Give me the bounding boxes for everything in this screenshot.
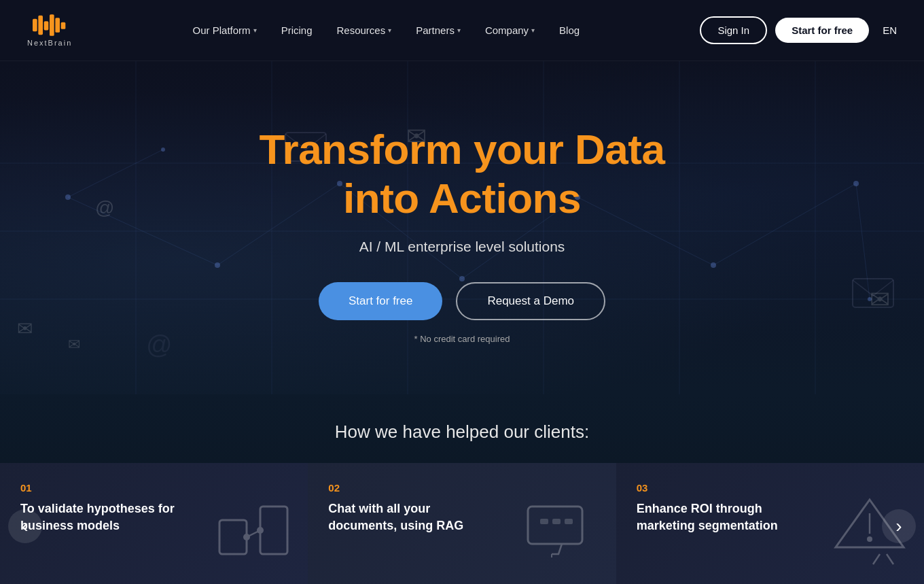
nav-item-platform[interactable]: Our Platform ▾: [193, 24, 257, 36]
chevron-down-icon: ▾: [253, 27, 257, 34]
svg-rect-5: [61, 22, 66, 29]
card-text-1: To validate hypotheses for business mode…: [20, 500, 183, 534]
nav-links: Our Platform ▾ Pricing Resources ▾ Partn…: [193, 24, 580, 36]
hero-subtitle: AI / ML enterprise level solutions: [260, 239, 665, 255]
card-text-3: Enhance ROI through marketing segmentati…: [637, 500, 800, 534]
card-icon-1: [213, 493, 294, 582]
start-free-nav-button[interactable]: Start for free: [775, 18, 869, 43]
nav-item-resources[interactable]: Resources ▾: [336, 24, 391, 36]
floating-at-icon: @: [95, 197, 114, 219]
logo[interactable]: NextBrain: [27, 14, 72, 47]
svg-rect-4: [55, 18, 60, 33]
client-card-3: 03 Enhance ROI through marketing segment…: [616, 463, 924, 584]
svg-rect-42: [528, 506, 582, 544]
logo-label: NextBrain: [27, 39, 72, 47]
request-demo-button[interactable]: Request a Demo: [456, 282, 605, 320]
hero-buttons: Start for free Request a Demo: [260, 282, 665, 320]
nav-item-blog[interactable]: Blog: [559, 24, 580, 36]
svg-point-24: [215, 262, 220, 268]
floating-mail-icon-3: ✉: [17, 317, 33, 340]
hero-section: @ ✉ ✉ ✉ ✉ @ Transform your Data into Act…: [0, 61, 924, 394]
start-free-button[interactable]: Start for free: [319, 282, 442, 320]
card-number-1: 01: [20, 482, 287, 494]
svg-point-23: [65, 194, 71, 200]
card-text-2: Chat with all your documents, using RAG: [328, 500, 491, 534]
svg-line-21: [713, 184, 856, 265]
nav-item-company[interactable]: Company ▾: [485, 24, 535, 36]
svg-rect-0: [33, 18, 37, 31]
language-button[interactable]: EN: [883, 24, 897, 36]
nav-item-pricing[interactable]: Pricing: [281, 24, 313, 36]
chevron-down-icon: ▾: [388, 27, 391, 34]
floating-mail-icon-2: ✉: [870, 286, 890, 314]
hero-title: Transform your Data into Actions: [260, 125, 665, 222]
floating-mail-icon-4: ✉: [68, 336, 80, 354]
cards-wrapper: ‹ 01 To validate hypotheses for business…: [0, 463, 924, 584]
svg-rect-38: [260, 506, 287, 554]
svg-line-22: [856, 184, 870, 299]
carousel-next-button[interactable]: ›: [882, 509, 916, 543]
svg-text:@: @: [146, 330, 173, 359]
clients-title: How we have helped our clients:: [0, 394, 924, 463]
card-number-3: 03: [637, 482, 904, 494]
svg-line-15: [68, 197, 217, 265]
nav-actions: Sign In Start for free EN: [700, 16, 897, 44]
svg-point-40: [243, 534, 250, 540]
svg-rect-44: [552, 519, 561, 524]
svg-rect-37: [219, 520, 247, 554]
svg-rect-45: [565, 519, 573, 524]
nav-item-partners[interactable]: Partners ▾: [416, 24, 461, 36]
card-icon-2: [521, 493, 603, 582]
svg-point-48: [867, 536, 872, 542]
navbar: NextBrain Our Platform ▾ Pricing Resourc…: [0, 0, 924, 61]
cards-row: 01 To validate hypotheses for business m…: [0, 463, 924, 584]
svg-point-29: [853, 181, 859, 186]
hero-content: Transform your Data into Actions AI / ML…: [260, 125, 665, 344]
card-number-2: 02: [328, 482, 595, 494]
client-card-1: 01 To validate hypotheses for business m…: [0, 463, 308, 584]
carousel-prev-button[interactable]: ‹: [8, 509, 42, 543]
chevron-down-icon: ▾: [457, 27, 461, 34]
logo-icon: [33, 14, 67, 36]
svg-point-30: [161, 148, 165, 152]
svg-point-41: [257, 527, 264, 534]
svg-rect-3: [50, 14, 54, 36]
client-card-2: 02 Chat with all your documents, using R…: [308, 463, 616, 584]
signin-button[interactable]: Sign In: [700, 16, 767, 44]
clients-section: How we have helped our clients: ‹ 01 To …: [0, 394, 924, 584]
chevron-down-icon: ▾: [531, 27, 535, 34]
svg-rect-2: [44, 21, 49, 30]
svg-line-18: [68, 150, 163, 197]
svg-rect-43: [540, 519, 548, 524]
svg-point-28: [711, 262, 716, 268]
hero-note: * No credit card required: [260, 334, 665, 344]
svg-rect-1: [38, 15, 43, 34]
